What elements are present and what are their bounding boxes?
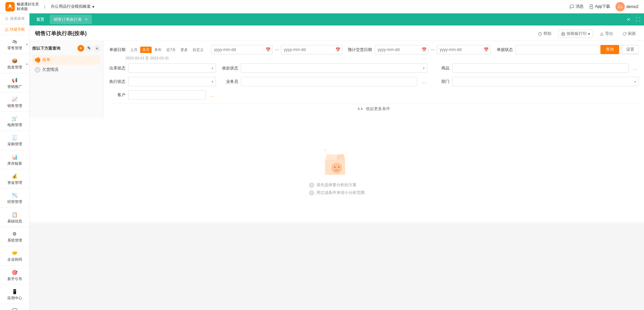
date-tab-7days[interactable]: 近7天 (164, 47, 178, 53)
ecommerce-icon: 🛒 (11, 115, 18, 122)
date-start-input[interactable] (211, 45, 273, 54)
settings-button[interactable]: 设置 (622, 45, 639, 54)
app-download-button[interactable]: App下载 (589, 4, 610, 9)
scheme-icon-order: 按单 (35, 57, 40, 63)
salesperson-input[interactable] (241, 77, 417, 86)
sidebar-item-appstore[interactable]: 📱 应用中心 (0, 285, 29, 304)
help-button[interactable]: 帮助 (535, 30, 554, 38)
date-end-input[interactable] (281, 45, 342, 54)
message-label: 消息 (576, 4, 584, 9)
date-tab-this-month[interactable]: 本月 (140, 47, 152, 53)
refresh-button[interactable]: 刷新 (620, 30, 639, 38)
date-tab-last-month[interactable]: 上月 (128, 47, 140, 53)
collapse-scheme-button[interactable]: « (94, 45, 100, 52)
window-controls: ✕ ⛶ (625, 16, 641, 23)
export-button[interactable]: 导出 (597, 30, 616, 38)
sidebar-item-basics[interactable]: 📋 基础信息 (0, 208, 29, 227)
tab-sales-order[interactable]: 销售订单执行表 ✕ (50, 15, 92, 24)
sidebar-item-marketing[interactable]: 📢 营销推广 (0, 73, 29, 93)
expected-end-input[interactable] (437, 45, 491, 54)
industry-label: 办公用品行业模拟账套 (51, 4, 91, 9)
collapse-filters-button[interactable]: ∧∧ 收起更多条件 (109, 104, 639, 114)
avatar: Ea (615, 2, 625, 11)
date-end-wrap: 📅 (281, 45, 342, 54)
user-area[interactable]: Ea demo2 (615, 2, 639, 11)
sidebar: 搜索菜单 快捷导航 🛍 零售管理 ▾ 📦 批发管理 ▴ 📢 营销推广 📈 销售管… (0, 13, 30, 310)
industry-selector[interactable]: 办公用品行业模拟账套 ▾ (51, 4, 94, 9)
sidebar-item-label-appstore: 应用中心 (7, 296, 22, 300)
sidebar-item-sales[interactable]: 📈 销售管理 (0, 93, 29, 112)
expected-start-input[interactable] (375, 45, 429, 54)
finance-icon: 💰 (11, 173, 18, 179)
sidebar-item-enterprise[interactable]: 🤝 企业协同 (0, 246, 29, 265)
sidebar-item-purchase[interactable]: 🧾 采购管理 (0, 131, 29, 150)
payment-status-select[interactable] (241, 63, 427, 73)
calendar-end-icon[interactable]: 📅 (335, 47, 340, 52)
execution-status-select[interactable] (128, 77, 216, 86)
empty-hint-1: 1 请先选择要分析的方案 (309, 182, 365, 188)
sidebar-quick-nav[interactable]: 快捷导航 (0, 24, 29, 35)
date-tab-custom[interactable]: 自定义 (191, 47, 206, 53)
customer-input[interactable] (128, 90, 206, 100)
salesperson-label: 业务员 (221, 79, 238, 85)
tab-home[interactable]: 首页 (32, 15, 48, 24)
message-button[interactable]: 消息 (570, 4, 584, 9)
expand-icon: ▴ (26, 62, 28, 65)
salesperson-search-icon[interactable]: … (420, 79, 427, 84)
query-button[interactable]: 查询 (600, 45, 619, 54)
sidebar-search[interactable]: 搜索菜单 (0, 13, 29, 24)
department-label: 部门 (433, 79, 449, 85)
date-start-wrap: 📅 (211, 45, 273, 54)
calendar-expected-start-icon[interactable]: 📅 (422, 47, 427, 52)
date-range-display: 2023-03-01 至 2023-03-31 (125, 56, 639, 61)
svg-point-14 (338, 166, 339, 168)
collapse-label: 收起更多条件 (366, 106, 390, 111)
sidebar-item-wechat[interactable]: 💬 企业微信 (0, 304, 29, 310)
calendar-expected-end-icon[interactable]: 📅 (484, 47, 489, 52)
goods-input[interactable] (452, 63, 629, 73)
logo-icon (5, 2, 15, 11)
filter-scheme-owe-goods[interactable]: 欠货情况 (32, 65, 100, 74)
edit-scheme-button[interactable]: ✎ (86, 45, 92, 52)
outbound-status-select[interactable] (128, 63, 216, 73)
department-select[interactable] (452, 77, 639, 86)
customer-search-icon[interactable]: … (209, 92, 216, 98)
newbie-icon: 🎯 (11, 269, 18, 276)
calendar-start-icon[interactable]: 📅 (266, 47, 271, 52)
scheme-label-owe: 欠货情况 (42, 67, 58, 72)
sidebar-item-ecommerce[interactable]: 🛒 电商管理 (0, 112, 29, 131)
filter-scheme-by-order[interactable]: 按单 按单 (32, 55, 100, 65)
sidebar-item-wholesale[interactable]: 📦 批发管理 ▴ (0, 54, 29, 73)
sidebar-item-system[interactable]: ⚙ 系统管理 (0, 227, 29, 246)
goods-search-icon[interactable]: … (631, 65, 639, 71)
add-scheme-button[interactable]: + (77, 45, 84, 52)
page-title: 销售订单执行表(按单) (35, 30, 87, 37)
sidebar-item-finance[interactable]: 💰 资金管理 (0, 169, 29, 189)
hint-text-1: 请先选择要分析的方案 (316, 182, 357, 188)
date-separator: — (275, 47, 279, 52)
sidebar-item-retail[interactable]: 🛍 零售管理 ▾ (0, 35, 29, 54)
sidebar-item-inventory[interactable]: 📊 库存核算 (0, 150, 29, 169)
sidebar-item-newbie[interactable]: 🎯 新手引导 (0, 266, 29, 285)
sidebar-item-label-purchase: 采购管理 (7, 142, 22, 146)
window-maximize-button[interactable]: ⛶ (635, 16, 641, 23)
sidebar-item-label-enterprise: 企业协同 (7, 257, 22, 262)
outbound-status-select-wrapper (128, 63, 216, 73)
expected-delivery-field: 预计交货日期 📅 — 📅 (348, 45, 490, 54)
print-button[interactable]: 按模板打印 ▾ (558, 30, 593, 38)
filter-panel-title: 按以下方案查询 (32, 46, 60, 51)
date-tab-more[interactable]: 更多 (178, 47, 190, 53)
payment-status-field: 收款状态 (221, 63, 427, 73)
basics-icon: 📋 (11, 211, 18, 218)
date-tab-this-year[interactable]: 本年 (152, 47, 164, 53)
svg-point-3 (5, 17, 8, 20)
tab-bar: 首页 销售订单执行表 ✕ ✕ ⛶ (30, 13, 644, 25)
execution-status-label: 执行状态 (109, 79, 125, 85)
sidebar-item-business[interactable]: 📉 经营管理 (0, 189, 29, 208)
filter-row-2: 出库状态 收款状态 (109, 63, 639, 73)
scheme-label-order: 按单 (42, 57, 50, 63)
window-close-button[interactable]: ✕ (625, 16, 632, 23)
export-label: 导出 (605, 31, 613, 37)
execution-status-select-wrapper (128, 77, 216, 86)
tab-close-icon[interactable]: ✕ (85, 17, 88, 22)
